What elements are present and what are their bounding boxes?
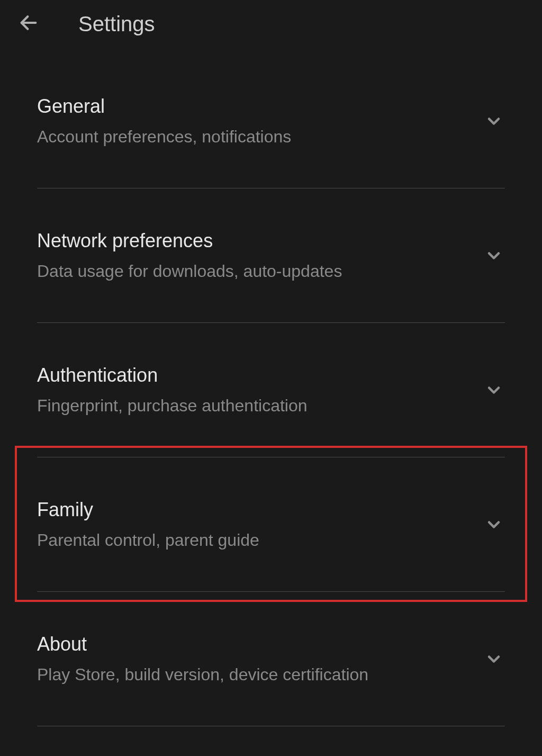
divider [37, 591, 505, 592]
page-title: Settings [78, 12, 155, 36]
settings-item-about[interactable]: About Play Store, build version, device … [0, 612, 542, 706]
chevron-down-icon [483, 110, 505, 132]
settings-item-family[interactable]: Family Parental control, parent guide [0, 478, 542, 571]
settings-list: General Account preferences, notificatio… [0, 48, 542, 726]
settings-item-subtitle: Account preferences, notifications [37, 127, 483, 147]
settings-item-title: Authentication [37, 364, 483, 386]
settings-item-general[interactable]: General Account preferences, notificatio… [0, 74, 542, 168]
settings-item-title: About [37, 633, 483, 655]
divider [37, 188, 505, 188]
divider [37, 457, 505, 457]
settings-item-subtitle: Play Store, build version, device certif… [37, 665, 483, 685]
settings-item-title: General [37, 95, 483, 118]
back-button[interactable] [16, 11, 41, 37]
settings-item-content: Authentication Fingerprint, purchase aut… [37, 364, 483, 416]
divider [37, 726, 505, 726]
divider [37, 322, 505, 323]
settings-item-network[interactable]: Network preferences Data usage for downl… [0, 209, 542, 302]
settings-item-content: About Play Store, build version, device … [37, 633, 483, 685]
chevron-down-icon [483, 648, 505, 670]
settings-item-subtitle: Fingerprint, purchase authentication [37, 396, 483, 416]
chevron-down-icon [483, 514, 505, 536]
chevron-down-icon [483, 245, 505, 267]
settings-item-content: Family Parental control, parent guide [37, 499, 483, 550]
header: Settings [0, 0, 542, 48]
settings-item-subtitle: Data usage for downloads, auto-updates [37, 262, 483, 281]
settings-item-subtitle: Parental control, parent guide [37, 530, 483, 550]
arrow-left-icon [18, 12, 39, 35]
chevron-down-icon [483, 379, 505, 401]
settings-item-title: Family [37, 499, 483, 521]
settings-item-content: Network preferences Data usage for downl… [37, 230, 483, 281]
settings-item-authentication[interactable]: Authentication Fingerprint, purchase aut… [0, 343, 542, 437]
settings-item-content: General Account preferences, notificatio… [37, 95, 483, 147]
settings-item-title: Network preferences [37, 230, 483, 252]
